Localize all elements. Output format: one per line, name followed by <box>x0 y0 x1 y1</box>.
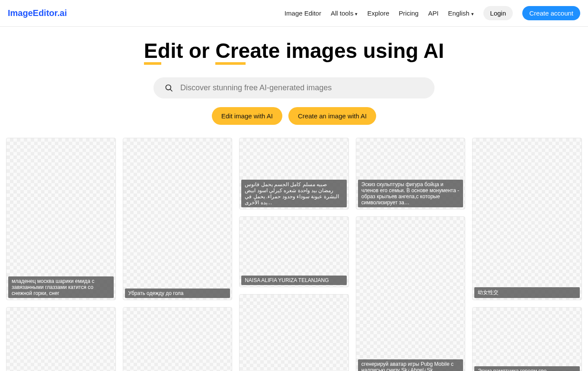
chevron-down-icon: ▾ <box>355 11 358 16</box>
image-card[interactable]: Эскиз скульптуры фигура бойца и членов е… <box>356 138 466 209</box>
create-image-button[interactable]: Create an image with AI <box>288 107 376 125</box>
nav-pricing[interactable]: Pricing <box>399 10 419 17</box>
image-card[interactable] <box>123 307 233 371</box>
edit-image-button[interactable]: Edit image with AI <box>212 107 282 125</box>
action-buttons: Edit image with AI Create an image with … <box>0 107 588 125</box>
nav-api[interactable]: API <box>428 10 438 17</box>
image-caption: сгенерируй аватар игры Pubg Mobile с над… <box>358 359 463 371</box>
image-card[interactable]: 幼女性交 <box>472 138 582 300</box>
nav-all-tools[interactable]: All tools▾ <box>331 10 358 17</box>
svg-point-0 <box>166 85 171 90</box>
image-caption: младенец москва шарики емида с завязанны… <box>8 276 114 298</box>
image-caption: Эскиз памятника героям сво <box>474 366 580 371</box>
image-grid: младенец москва шарики емида с завязанны… <box>0 138 588 371</box>
search-icon <box>165 84 173 92</box>
image-card[interactable]: NAISA ALIFIA YURIZA TELANJANG <box>239 216 349 287</box>
image-card[interactable]: صبيه مسلم كامل الجسم يحمل فانوس رمضان بي… <box>239 138 349 209</box>
image-card[interactable]: сгенерируй аватар игры Pubg Mobile с над… <box>356 216 466 371</box>
search-input[interactable] <box>180 83 423 92</box>
image-caption: صبيه مسلم كامل الجسم يحمل فانوس رمضان بي… <box>241 180 347 207</box>
search-bar[interactable] <box>153 77 435 98</box>
main-nav: Image Editor All tools▾ Explore Pricing … <box>284 6 580 20</box>
nav-explore[interactable]: Explore <box>367 10 389 17</box>
page-headline: Edit or Create images using AI <box>0 39 588 63</box>
image-card[interactable]: младенец москва шарики емида с завязанны… <box>6 138 116 300</box>
image-card[interactable]: Эскиз памятника героям сво <box>472 307 582 371</box>
nav-image-editor[interactable]: Image Editor <box>284 10 321 17</box>
create-account-button[interactable]: Create account <box>522 6 580 20</box>
image-card[interactable] <box>6 307 116 371</box>
image-card[interactable] <box>239 294 349 371</box>
image-caption: 幼女性交 <box>474 287 580 298</box>
svg-line-1 <box>170 89 173 91</box>
chevron-down-icon: ▾ <box>471 11 474 16</box>
nav-language[interactable]: English▾ <box>448 10 473 17</box>
login-button[interactable]: Login <box>483 6 513 20</box>
image-caption: Эскиз скульптуры фигура бойца и членов е… <box>358 180 463 207</box>
brand-logo[interactable]: ImageEditor.ai <box>8 8 67 18</box>
image-card[interactable]: Убрать одежду до гола <box>123 138 233 300</box>
image-caption: Убрать одежду до гола <box>125 289 230 298</box>
image-caption: NAISA ALIFIA YURIZA TELANJANG <box>241 276 347 285</box>
